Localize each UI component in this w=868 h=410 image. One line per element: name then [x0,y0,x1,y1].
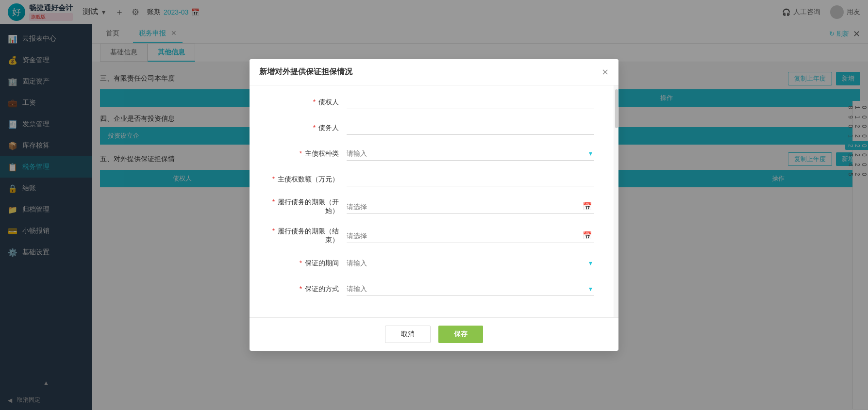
guarantee-period-required: * [300,259,302,267]
form-row-guarantee-method: * 保证的方式 ▾ [269,282,594,296]
form-row-obligation-end: * 履行债务的期限（结束） 📅 [269,227,594,245]
guarantee-method-select-wrapper: ▾ [347,282,594,296]
dialog-scroll-thumb [615,89,618,128]
app-wrapper: 好 畅捷通好会计 旗舰版 测试 ▾ ＋ ⚙ 账期 2023-03 📅 🎧 人工咨… [0,0,868,410]
guarantee-method-required: * [300,285,302,293]
creditor-input[interactable] [347,95,594,109]
debtor-required-mark: * [313,124,316,131]
obligation-start-input[interactable] [347,200,594,213]
obligation-start-required: * [272,198,275,206]
obligation-end-required: * [272,227,275,235]
dialog-body: * 债权人 * 债务人 [250,85,614,317]
debtor-label: * 债务人 [269,124,347,132]
dialog-title: 新增对外提供保证担保情况 [259,67,352,77]
obligation-end-date-wrapper: 📅 [347,229,594,243]
cancel-button[interactable]: 取消 [385,326,431,343]
obligation-end-calendar-icon[interactable]: 📅 [583,231,592,240]
debt-type-required-mark: * [300,149,302,157]
debt-type-label: * 主债权种类 [269,149,347,158]
dialog-header: 新增对外提供保证担保情况 ✕ [250,59,618,85]
dialog-scrollbar [614,85,618,317]
debt-type-input[interactable] [347,147,594,160]
creditor-label: * 债权人 [269,98,347,107]
debt-amount-required-mark: * [272,175,275,183]
form-row-debtor: * 债务人 [269,121,594,135]
form-row-guarantee-period: * 保证的期间 ▾ [269,256,594,270]
guarantee-period-select-wrapper: ▾ [347,256,594,270]
modal-overlay: 新增对外提供保证担保情况 ✕ * 债权人 [0,0,868,410]
debt-amount-label: * 主债权数额（万元） [269,175,347,184]
dialog-close-icon[interactable]: ✕ [601,68,609,77]
debt-amount-input[interactable] [347,172,594,186]
dialog-add-guarantee: 新增对外提供保证担保情况 ✕ * 债权人 [250,59,618,351]
creditor-required-mark: * [313,98,316,106]
form-row-creditor: * 债权人 [269,95,594,109]
form-row-debt-amount: * 主债权数额（万元） [269,172,594,186]
obligation-end-input[interactable] [347,229,594,243]
guarantee-period-input[interactable] [347,256,594,270]
obligation-start-date-wrapper: 📅 [347,200,594,214]
guarantee-method-input[interactable] [347,282,594,295]
obligation-start-label: * 履行债务的期限（开始） [269,198,347,215]
debtor-input[interactable] [347,121,594,135]
guarantee-period-label: * 保证的期间 [269,259,347,268]
save-button[interactable]: 保存 [438,326,483,343]
obligation-end-label: * 履行债务的期限（结束） [269,227,347,245]
form-row-debt-type: * 主债权种类 ▾ [269,147,594,161]
debt-type-select-wrapper: ▾ [347,147,594,161]
obligation-start-calendar-icon[interactable]: 📅 [583,202,592,211]
form-row-obligation-start: * 履行债务的期限（开始） 📅 [269,198,594,215]
dialog-footer: 取消 保存 [250,317,618,351]
guarantee-method-label: * 保证的方式 [269,285,347,294]
